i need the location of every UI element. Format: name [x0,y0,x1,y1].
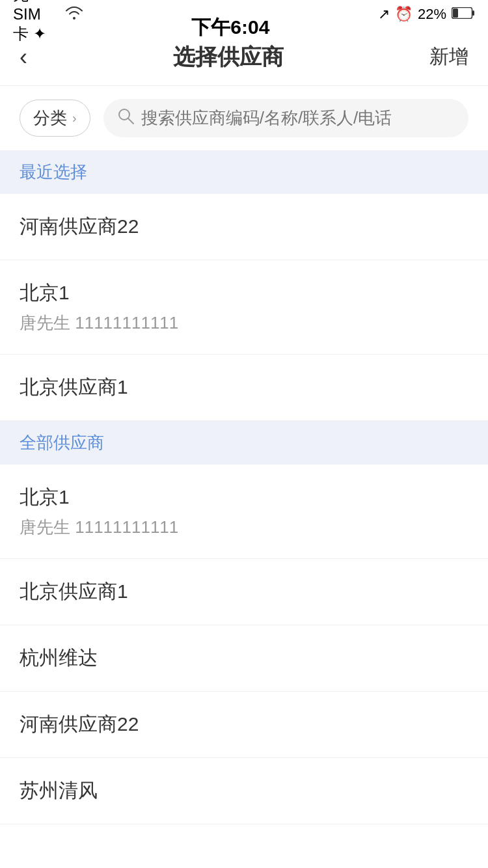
section-header-all: 全部供应商 [0,421,488,465]
page-title: 选择供应商 [173,42,284,72]
item-name: 河南供应商22 [20,213,468,240]
section-header-label-recent: 最近选择 [20,162,87,182]
svg-rect-1 [453,8,458,18]
search-input-wrapper[interactable] [103,99,468,137]
search-input[interactable] [141,108,455,128]
item-name: 河南供应商22 [20,711,468,738]
sim-status: 无 SIM 卡 ✦ [13,0,59,44]
chevron-right-icon: › [72,111,77,126]
list-item[interactable]: 河南供应商22 [0,194,488,260]
item-name: 北京供应商1 [20,374,468,401]
category-button[interactable]: 分类 › [20,100,90,137]
section-header-recent: 最近选择 [0,150,488,194]
list-item[interactable]: 北京1唐先生 11111111111 [0,465,488,559]
wifi-icon [65,5,83,23]
list-item[interactable]: 北京1唐先生 11111111111 [0,260,488,355]
status-time: 下午6:04 [191,14,269,41]
sections-container: 最近选择河南供应商22北京1唐先生 11111111111北京供应商1全部供应商… [0,150,488,824]
search-icon [116,107,135,129]
battery-icon [452,6,475,23]
item-sub: 唐先生 11111111111 [20,516,468,539]
battery-level: 22% [418,6,446,23]
alarm-icon: ⏰ [395,6,413,23]
status-bar: 无 SIM 卡 ✦ 下午6:04 ↗ ⏰ 22% [0,0,488,29]
svg-line-4 [128,118,133,124]
item-name: 北京1 [20,280,468,306]
list-item[interactable]: 北京供应商1 [0,559,488,625]
item-sub: 唐先生 11111111111 [20,312,468,334]
status-right: ↗ ⏰ 22% [378,6,475,23]
status-left: 无 SIM 卡 ✦ [13,0,83,44]
back-button[interactable]: ‹ [20,44,27,71]
item-name: 杭州维达 [20,645,468,671]
svg-rect-2 [472,10,474,16]
item-name: 北京1 [20,484,468,511]
location-icon: ↗ [378,6,390,23]
item-name: 北京供应商1 [20,578,468,605]
add-button[interactable]: 新增 [429,44,468,70]
search-bar: 分类 › [0,86,488,150]
list-item[interactable]: 杭州维达 [0,625,488,692]
list-item[interactable]: 北京供应商1 [0,355,488,421]
section-header-label-all: 全部供应商 [20,433,104,452]
list-item[interactable]: 苏州清风 [0,758,488,824]
item-name: 苏州清风 [20,778,468,804]
category-label: 分类 [33,107,67,129]
list-item[interactable]: 河南供应商22 [0,692,488,758]
